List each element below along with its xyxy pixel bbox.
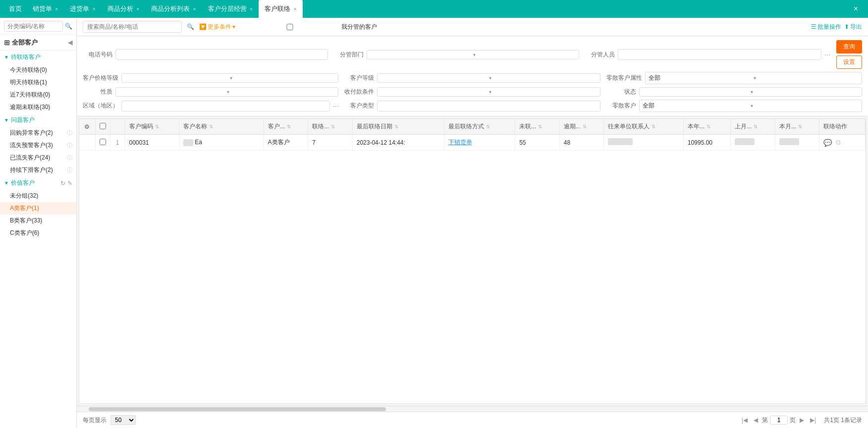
chevron-down-retail2: ▾ xyxy=(751,103,859,108)
nav-sales-order[interactable]: 销货单 × xyxy=(27,0,64,18)
more-btn-manager[interactable]: ··· xyxy=(824,51,830,58)
filter-status: 状态 ▾ xyxy=(606,87,862,97)
close-purchase-order[interactable]: × xyxy=(92,6,95,12)
search-input[interactable] xyxy=(83,21,182,33)
sidebar-group-pending[interactable]: ▼ 待联络客户 xyxy=(0,51,76,64)
query-settings-area: 查询 设置 xyxy=(836,40,862,69)
last-page-btn[interactable]: ▶| xyxy=(808,416,818,424)
filter-price-level-select[interactable]: ▾ xyxy=(121,73,338,83)
nav-product-analysis-list[interactable]: 商品分析列表 × xyxy=(145,0,202,18)
sidebar-item-today[interactable]: 今天待联络(0) xyxy=(0,64,76,76)
sort-overdue[interactable]: ⇅ xyxy=(583,124,587,129)
sidebar-item-overdue[interactable]: 逾期未联络(30) xyxy=(0,101,76,113)
last-method-link[interactable]: 下销货单 xyxy=(448,139,472,146)
filter-dept-select[interactable]: ▾ xyxy=(367,50,579,59)
gear-icon[interactable]: ⚙ xyxy=(84,123,90,130)
filter-phone-input[interactable] xyxy=(115,49,328,60)
sort-last-date[interactable]: ⇅ xyxy=(394,124,398,129)
batch-op-btn[interactable]: ☰ 批量操作 xyxy=(811,23,841,31)
sort-last-month[interactable]: ⇅ xyxy=(754,124,758,129)
sidebar-collapse-btn[interactable]: ◀ xyxy=(68,39,72,46)
row-checkbox[interactable] xyxy=(100,139,106,145)
filter-region: 区域（地区） ··· xyxy=(83,101,338,111)
export-btn[interactable]: ⬆ 导出 xyxy=(844,23,862,31)
th-last-month: 上月...⇅ xyxy=(731,119,775,135)
qr-icon[interactable]: ⧉ xyxy=(836,138,841,147)
sort-name[interactable]: ⇅ xyxy=(209,124,213,129)
prev-page-btn[interactable]: ◀ xyxy=(752,416,760,424)
nav-customer-contact[interactable]: 客户联络 × xyxy=(259,0,302,18)
next-page-btn[interactable]: ▶ xyxy=(798,416,806,424)
nav-purchase-order[interactable]: 进货单 × xyxy=(64,0,101,18)
adv-filter-row-4: 区域（地区） ··· 客户类型 零散客户 全部 ▾ xyxy=(83,100,862,112)
query-btn[interactable]: 查询 xyxy=(836,40,862,54)
sort-this-month[interactable]: ⇅ xyxy=(798,124,802,129)
window-close-btn[interactable]: × xyxy=(848,4,864,13)
filter-search-icon[interactable]: 🔍 xyxy=(187,23,194,30)
close-product-analysis-list[interactable]: × xyxy=(193,6,196,12)
sort-this-year[interactable]: ⇅ xyxy=(706,124,710,129)
nav-home[interactable]: 首页 xyxy=(4,0,27,18)
filter-customer-level-select[interactable]: ▾ xyxy=(377,73,600,83)
table-header-row: ⚙ 客户编码⇅ 客户名称⇅ 客户...⇅ xyxy=(79,119,866,135)
filter-retail-attr-select[interactable]: 全部 ▾ xyxy=(645,72,862,84)
my-customers-checkbox[interactable] xyxy=(240,24,339,30)
td-last-method: 下销货单 xyxy=(444,135,515,151)
settings-btn[interactable]: 设置 xyxy=(836,55,862,69)
sidebar-item-churned[interactable]: 已流失客户(24) ⓘ xyxy=(0,152,76,164)
td-not-contacted: 55 xyxy=(515,135,560,151)
sort-level[interactable]: ⇅ xyxy=(287,124,291,129)
horizontal-scrollbar[interactable] xyxy=(77,406,868,412)
th-overdue: 逾期...⇅ xyxy=(559,119,604,135)
sidebar-item-tomorrow[interactable]: 明天待联络(1) xyxy=(0,76,76,89)
sort-last-method[interactable]: ⇅ xyxy=(486,124,490,129)
sort-contact[interactable]: ⇅ xyxy=(331,124,335,129)
select-all-checkbox[interactable] xyxy=(100,123,106,129)
filter-customer-type-input[interactable] xyxy=(377,101,600,111)
filter-status-select[interactable]: ▾ xyxy=(639,87,862,97)
close-customer-contact[interactable]: × xyxy=(293,6,296,12)
sidebar-item-ungrouped[interactable]: 未分组(32) xyxy=(0,190,76,202)
unit-contact-blur xyxy=(608,138,633,145)
edit-icon[interactable]: ✎ xyxy=(67,180,72,187)
refresh-icon[interactable]: ↻ xyxy=(60,180,65,187)
sort-not-contacted[interactable]: ⇅ xyxy=(538,124,542,129)
close-product-analysis[interactable]: × xyxy=(136,6,139,12)
scrollbar-thumb[interactable] xyxy=(89,407,386,411)
td-unit-contact xyxy=(604,135,684,151)
sidebar-item-c-class[interactable]: C类客户(6) xyxy=(0,227,76,239)
close-customer-segment[interactable]: × xyxy=(250,6,253,12)
sidebar-search-icon[interactable]: 🔍 xyxy=(65,23,72,30)
sidebar-group-problem[interactable]: ▼ 问题客户 xyxy=(0,113,76,127)
filter-customer-level: 客户等级 ▾ xyxy=(344,73,600,83)
per-page-select[interactable]: 50 100 200 xyxy=(110,415,136,425)
sidebar-item-7days[interactable]: 近7天待联络(0) xyxy=(0,89,76,101)
sidebar-item-churn-warning[interactable]: 流失预警客户(3) ⓘ xyxy=(0,139,76,152)
sidebar-search-input[interactable] xyxy=(4,21,63,32)
toolbar-btns: ☰ 批量操作 ⬆ 导出 xyxy=(811,23,862,31)
message-icon[interactable]: 💬 xyxy=(823,139,832,147)
sort-code[interactable]: ⇅ xyxy=(155,124,159,129)
filter-retail-customer-select[interactable]: 全部 ▾ xyxy=(639,100,862,112)
sort-unit-contact[interactable]: ⇅ xyxy=(651,124,655,129)
th-this-month: 本月...⇅ xyxy=(775,119,819,135)
page-input[interactable] xyxy=(770,416,788,425)
filter-payment-select[interactable]: ▾ xyxy=(377,87,600,97)
sidebar-item-a-class[interactable]: A类客户(1) xyxy=(0,202,76,214)
my-customers-checkbox-label[interactable]: 我分管的客户 xyxy=(240,23,377,31)
filter-manager-input[interactable] xyxy=(618,49,821,60)
more-filter-btn[interactable]: 🔽 更多条件 ▾ xyxy=(199,23,235,31)
sidebar-item-b-class[interactable]: B类客户(33) xyxy=(0,214,76,227)
nav-product-analysis[interactable]: 商品分析 × xyxy=(102,0,145,18)
all-customers-header[interactable]: ⊞ 全部客户 ◀ xyxy=(0,35,76,51)
close-sales-order[interactable]: × xyxy=(55,6,58,12)
first-page-btn[interactable]: |◀ xyxy=(740,416,750,424)
more-btn-region[interactable]: ··· xyxy=(333,102,339,110)
sidebar-item-abnormal[interactable]: 回购异常客户(2) ⓘ xyxy=(0,127,76,139)
sidebar-item-declining[interactable]: 持续下滑客户(2) ⓘ xyxy=(0,164,76,176)
last-month-blur xyxy=(735,138,755,145)
nav-customer-segment[interactable]: 客户分层经营 × xyxy=(202,0,259,18)
th-last-method: 最后联络方式⇅ xyxy=(444,119,515,135)
filter-region-input[interactable] xyxy=(121,101,330,111)
filter-nature-select[interactable]: ▾ xyxy=(115,87,338,97)
